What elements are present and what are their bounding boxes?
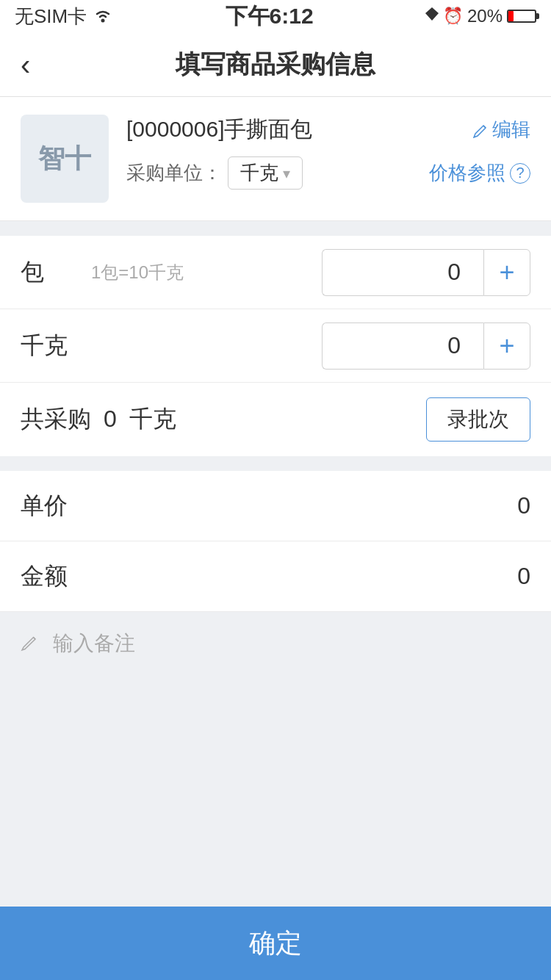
confirm-button[interactable]: 确定 bbox=[0, 907, 551, 980]
product-card: 智十 [0000006]手撕面包 编辑 采购单位： 千克 ▾ bbox=[0, 97, 551, 221]
unit-label: 采购单位： 千克 ▾ bbox=[126, 156, 303, 190]
price-ref-button[interactable]: 价格参照 ? bbox=[429, 160, 530, 186]
unit-price-label: 单价 bbox=[21, 490, 68, 522]
unit-select[interactable]: 千克 ▾ bbox=[228, 156, 303, 190]
product-image: 智十 bbox=[21, 115, 109, 203]
status-bar: 无SIM卡 下午6:12 ⏰ 20% bbox=[0, 0, 551, 32]
package-number-area: + bbox=[322, 249, 530, 296]
status-right: ⏰ 20% bbox=[425, 6, 536, 26]
package-label: 包 bbox=[21, 256, 79, 289]
product-logo: 智十 bbox=[38, 143, 91, 174]
package-input[interactable] bbox=[322, 249, 483, 296]
wifi-icon bbox=[93, 5, 113, 28]
svg-point-0 bbox=[101, 18, 105, 22]
summary-amount: 0 bbox=[104, 406, 117, 432]
section-divider-2 bbox=[0, 456, 551, 471]
input-section: 包 1包=10千克 + 千克 + bbox=[0, 236, 551, 383]
kg-label: 千克 bbox=[21, 330, 79, 362]
unit-price-value: 0 bbox=[517, 492, 530, 519]
dropdown-icon: ▾ bbox=[283, 165, 290, 182]
batch-button[interactable]: 录批次 bbox=[426, 397, 530, 442]
unit-price-row: 单价 0 bbox=[0, 471, 551, 541]
section-divider-1 bbox=[0, 221, 551, 236]
page-title: 填写商品采购信息 bbox=[176, 48, 375, 82]
edit-button[interactable]: 编辑 bbox=[473, 117, 530, 143]
help-icon: ? bbox=[510, 163, 530, 184]
product-name: [0000006]手撕面包 bbox=[126, 115, 312, 145]
kg-input[interactable] bbox=[322, 323, 483, 370]
amount-label: 金额 bbox=[21, 561, 68, 593]
product-info: [0000006]手撕面包 编辑 采购单位： 千克 ▾ bbox=[126, 115, 530, 190]
kg-input-row: 千克 + bbox=[0, 309, 551, 383]
pencil-icon bbox=[21, 631, 41, 657]
remark-placeholder: 输入备注 bbox=[53, 630, 135, 657]
info-section: 单价 0 金额 0 bbox=[0, 471, 551, 612]
product-top-row: [0000006]手撕面包 编辑 bbox=[126, 115, 530, 145]
nav-bar: ‹ 填写商品采购信息 bbox=[0, 32, 551, 97]
amount-value: 0 bbox=[517, 563, 530, 590]
confirm-label: 确定 bbox=[249, 926, 302, 962]
summary-text: 共采购 0 千克 bbox=[21, 403, 176, 436]
time-display: 下午6:12 bbox=[226, 1, 314, 32]
alarm-icon: ⏰ bbox=[443, 7, 463, 26]
location-icon bbox=[425, 6, 439, 26]
network-label: 无SIM卡 bbox=[15, 4, 87, 29]
back-button[interactable]: ‹ bbox=[21, 50, 30, 79]
summary-row: 共采购 0 千克 录批次 bbox=[0, 383, 551, 456]
status-left: 无SIM卡 bbox=[15, 4, 113, 29]
package-sublabel: 1包=10千克 bbox=[91, 261, 310, 284]
package-plus-button[interactable]: + bbox=[483, 249, 530, 296]
kg-number-area: + bbox=[322, 323, 530, 370]
product-unit-row: 采购单位： 千克 ▾ 价格参照 ? bbox=[126, 156, 530, 190]
battery-icon bbox=[507, 10, 536, 23]
amount-row: 金额 0 bbox=[0, 541, 551, 612]
remark-section[interactable]: 输入备注 bbox=[0, 612, 551, 675]
kg-plus-button[interactable]: + bbox=[483, 323, 530, 370]
battery-percent: 20% bbox=[467, 6, 503, 26]
package-input-row: 包 1包=10千克 + bbox=[0, 236, 551, 309]
